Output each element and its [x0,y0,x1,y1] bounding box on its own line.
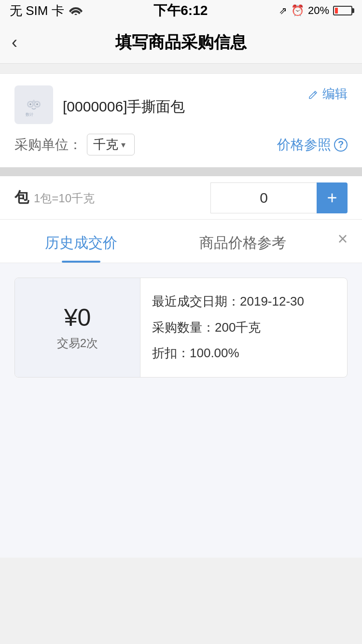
battery-icon [333,6,352,15]
history-count: 交易2次 [57,336,98,351]
dropdown-icon: ▾ [121,140,125,150]
quantity-plus-button[interactable]: + [317,182,348,213]
product-card: 数计 [0000006]手撕面包 编辑 采购单位： 千克 ▾ 价格参照 [0,73,362,168]
history-purchase-qty: 采购数量：200千克 [152,318,335,338]
wifi-icon [69,3,83,18]
quantity-row: 包 1包=10千克 + [0,176,362,220]
status-time: 下午6:12 [153,1,208,20]
status-left: 无 SIM 卡 [10,2,83,19]
quantity-label: 包 1包=10千克 [14,188,95,208]
quantity-input[interactable] [210,182,317,213]
purchase-unit-label: 采购单位： [14,136,82,154]
product-name: [0000006]手撕面包 [63,93,185,117]
status-right: ⇗ ⏰ 20% [279,4,352,17]
history-right: 最近成交日期：2019-12-30 采购数量：200千克 折扣：100.00% [140,278,347,377]
purchase-qty-value: 200千克 [215,320,261,335]
discount-label: 折扣： [152,346,190,360]
history-discount: 折扣：100.00% [152,343,335,364]
tab-close-button[interactable]: × [323,229,362,254]
tab-price-ref-label: 商品价格参考 [199,235,286,251]
unit-select[interactable]: 千克 ▾ [87,134,135,155]
svg-text:数计: 数计 [25,112,34,117]
quantity-controls: + [210,182,348,213]
page-title: 填写商品采购信息 [115,31,247,54]
recent-date-value: 2019-12-30 [240,294,304,308]
price-ref-button[interactable]: 价格参照 ? [277,136,348,154]
product-thumbnail: 数计 [14,85,53,124]
history-card: ¥0 交易2次 最近成交日期：2019-12-30 采购数量：200千克 折扣：… [14,278,348,378]
header: ‹ 填写商品采购信息 [0,21,362,64]
unit-value: 千克 [93,136,118,153]
quantity-unit: 包 [14,188,29,208]
section-divider [0,168,362,176]
history-left: ¥0 交易2次 [15,278,140,377]
svg-point-6 [36,103,38,105]
product-left: 数计 [0000006]手撕面包 [14,85,185,124]
svg-point-0 [74,14,77,15]
history-price: ¥0 [64,304,91,332]
main-content: 历史成交价 商品价格参考 × ¥0 交易2次 最近成交日期：2019-12-30… [0,220,362,558]
edit-button[interactable]: 编辑 [308,85,348,102]
tab-history-label: 历史成交价 [45,235,117,251]
back-button[interactable]: ‹ [12,32,17,53]
edit-icon [308,86,320,101]
svg-marker-7 [31,99,36,102]
tab-history-price[interactable]: 历史成交价 [0,220,162,263]
product-top: 数计 [0000006]手撕面包 编辑 [14,85,348,124]
price-ref-icon: ? [334,138,348,152]
alarm-icon: ⏰ [291,4,304,17]
price-ref-label: 价格参照 [277,136,331,154]
svg-point-5 [29,103,31,105]
purchase-qty-label: 采购数量： [152,320,215,335]
location-icon: ⇗ [279,5,287,16]
status-bar: 无 SIM 卡 下午6:12 ⇗ ⏰ 20% [0,0,362,21]
discount-value: 100.00% [190,346,239,360]
quantity-conversion: 1包=10千克 [34,191,95,206]
purchase-unit: 采购单位： 千克 ▾ [14,134,135,155]
recent-date-label: 最近成交日期： [152,294,240,308]
tab-header: 历史成交价 商品价格参考 × [0,220,362,263]
tab-price-ref[interactable]: 商品价格参考 [162,220,323,263]
carrier-text: 无 SIM 卡 [10,2,64,19]
edit-label: 编辑 [322,85,348,102]
battery-percent: 20% [308,4,329,17]
product-bottom: 采购单位： 千克 ▾ 价格参照 ? [14,134,348,155]
history-recent-date: 最近成交日期：2019-12-30 [152,292,335,312]
